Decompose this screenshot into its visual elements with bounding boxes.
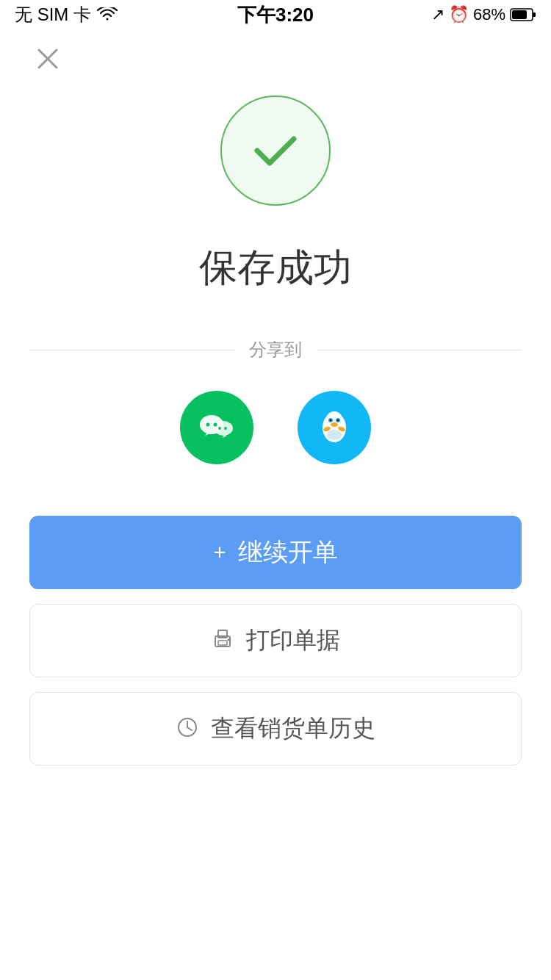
svg-point-7 — [206, 423, 210, 427]
svg-point-10 — [224, 427, 227, 430]
alarm-icon: ⏰ — [449, 5, 469, 24]
qq-icon — [312, 406, 356, 450]
location-icon: ↗ — [431, 5, 444, 24]
main-content: 保存成功 分享到 — [0, 29, 551, 788]
battery-icon — [510, 7, 536, 22]
svg-line-27 — [187, 727, 192, 730]
svg-point-16 — [337, 419, 339, 422]
svg-point-15 — [330, 419, 332, 422]
svg-point-8 — [214, 423, 217, 427]
svg-rect-2 — [512, 10, 527, 19]
battery-label: 68% — [473, 5, 505, 24]
success-title: 保存成功 — [199, 242, 352, 294]
svg-point-24 — [228, 638, 230, 641]
print-label: 打印单据 — [246, 624, 340, 657]
svg-rect-23 — [218, 641, 227, 645]
close-button[interactable] — [29, 40, 66, 77]
continue-order-label: 继续开单 — [238, 536, 338, 569]
share-divider-row: 分享到 — [29, 338, 522, 361]
continue-order-button[interactable]: + 继续开单 — [29, 516, 522, 589]
status-left: 无 SIM 卡 — [15, 3, 118, 26]
status-time: 下午3:20 — [237, 2, 314, 28]
action-buttons: + 继续开单 打印单据 — [29, 516, 522, 765]
success-circle — [220, 96, 331, 206]
history-label: 查看销货单历史 — [211, 713, 375, 745]
printer-icon — [211, 627, 234, 655]
svg-point-17 — [331, 422, 338, 427]
plus-icon: + — [213, 541, 226, 563]
status-right: ↗ ⏰ 68% — [431, 5, 536, 24]
svg-rect-1 — [533, 12, 536, 17]
wifi-icon — [97, 7, 118, 22]
share-section: 分享到 — [29, 338, 522, 464]
svg-point-20 — [327, 430, 342, 440]
clock-icon — [176, 716, 199, 743]
print-button[interactable]: 打印单据 — [29, 604, 522, 677]
share-icons-row — [29, 391, 522, 464]
qq-share-button[interactable] — [298, 391, 371, 464]
wechat-icon — [195, 406, 238, 449]
svg-point-6 — [214, 421, 233, 436]
close-icon — [36, 47, 60, 71]
share-label: 分享到 — [249, 338, 302, 361]
checkmark-icon — [246, 121, 305, 180]
divider-right — [317, 350, 522, 350]
svg-point-9 — [218, 427, 221, 430]
history-button[interactable]: 查看销货单历史 — [29, 692, 522, 765]
status-bar: 无 SIM 卡 下午3:20 ↗ ⏰ 68% — [0, 0, 551, 29]
sim-label: 无 SIM 卡 — [15, 3, 91, 26]
wechat-share-button[interactable] — [180, 391, 253, 464]
divider-left — [29, 350, 234, 350]
